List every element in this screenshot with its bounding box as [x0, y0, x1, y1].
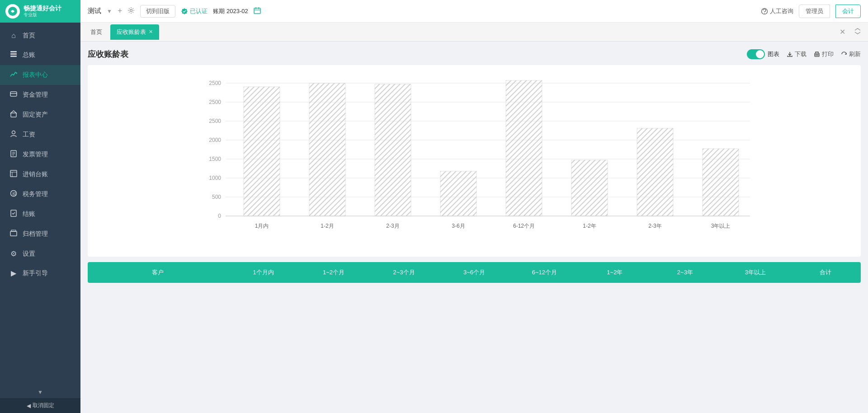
svg-text:1500: 1500 [209, 156, 221, 162]
page-title: 应收账龄表 [88, 49, 128, 60]
tab-close-icon[interactable]: ✕ [149, 29, 153, 35]
inout-icon [9, 170, 18, 179]
svg-text:500: 500 [212, 194, 221, 200]
svg-text:1-2年: 1-2年 [583, 223, 596, 229]
col-3-6month: 3~6个月 [439, 262, 509, 283]
bar-3year-plus[interactable] [703, 149, 739, 216]
sidebar-scroll-down[interactable]: ▼ [0, 386, 80, 398]
bar-2-3year[interactable] [637, 128, 673, 216]
main-area: 测试 ▼ + 切到旧版 已认证 账期 2023-02 [80, 0, 868, 413]
bar-1-2month[interactable] [309, 83, 345, 216]
col-2-3month: 2~3个月 [369, 262, 439, 283]
svg-text:2500: 2500 [209, 80, 221, 86]
topbar: 测试 ▼ + 切到旧版 已认证 账期 2023-02 [80, 0, 868, 23]
svg-rect-22 [254, 8, 260, 14]
checkout-icon [9, 210, 18, 219]
project-chevron-icon[interactable]: ▼ [107, 8, 112, 14]
page-header: 应收账龄表 图表 下载 [88, 49, 861, 60]
svg-text:1000: 1000 [209, 175, 221, 181]
archive-icon [9, 230, 18, 239]
consult-button[interactable]: 人工咨询 [761, 7, 793, 15]
svg-rect-5 [10, 92, 17, 96]
sidebar-item-checkout[interactable]: 结账 [0, 204, 80, 224]
bar-1-2year[interactable] [571, 160, 608, 216]
sidebar-item-tax[interactable]: 税 税务管理 [0, 184, 80, 204]
period-label: 账期 2023-02 [213, 7, 248, 15]
sidebar-item-reports[interactable]: 报表中心 [0, 65, 80, 85]
add-project-button[interactable]: + [118, 6, 123, 16]
chart-toggle-switch[interactable] [747, 49, 765, 59]
sidebar-logo: 畅捷通好会计 专业版 [0, 0, 80, 23]
sidebar-item-guide[interactable]: ▶ 新手引导 [0, 263, 80, 283]
svg-text:2-3年: 2-3年 [648, 223, 661, 229]
svg-point-21 [130, 9, 132, 11]
chart-container: 2500 2500 2500 2000 1500 1000 500 0 [88, 65, 861, 257]
reports-icon [9, 70, 18, 80]
logo-icon [5, 4, 20, 19]
ledger-icon [9, 51, 18, 60]
page-actions: 图表 下载 打印 [747, 49, 861, 59]
admin-button[interactable]: 管理员 [799, 5, 830, 18]
sidebar-item-assets[interactable]: 固定资产 [0, 105, 80, 125]
svg-text:1-2月: 1-2月 [321, 223, 334, 229]
col-1-2year: 1~2年 [580, 262, 650, 283]
verified-badge: 已认证 [181, 7, 208, 15]
tab-ar-aging[interactable]: 应收账龄表 ✕ [110, 24, 159, 40]
tab-home[interactable]: 首页 [84, 24, 108, 40]
col-6-12month: 6~12个月 [509, 262, 580, 283]
svg-rect-29 [816, 55, 818, 55]
svg-point-27 [764, 13, 765, 14]
bar-2-3month[interactable] [375, 84, 411, 216]
chart-toggle: 图表 [747, 49, 779, 59]
chart-toggle-label: 图表 [768, 50, 779, 58]
tabbar-close-button[interactable]: ✕ [836, 26, 849, 38]
svg-text:1月内: 1月内 [255, 223, 269, 229]
sidebar-item-ledger[interactable]: 总账 [0, 45, 80, 65]
invoice-icon [9, 150, 18, 159]
settings-icon: ⚙ [9, 249, 18, 258]
calendar-icon[interactable] [254, 7, 261, 16]
guide-icon: ▶ [9, 269, 18, 277]
svg-text:3年以上: 3年以上 [711, 223, 731, 229]
logo-text: 畅捷通好会计 专业版 [24, 5, 61, 19]
bar-chart: 2500 2500 2500 2000 1500 1000 500 0 [97, 74, 852, 246]
sidebar-item-archive[interactable]: 归档管理 [0, 224, 80, 244]
download-button[interactable]: 下载 [787, 50, 807, 58]
sidebar-item-wages[interactable]: 工资 [0, 125, 80, 145]
table-header: 客户 1个月内 1~2个月 2~3个月 3~6个月 6~12个月 1~2年 2~… [88, 262, 861, 283]
project-settings-button[interactable] [127, 7, 135, 16]
col-total: 合计 [791, 262, 861, 283]
pin-icon: ◀ [27, 403, 31, 409]
old-version-button[interactable]: 切到旧版 [140, 5, 175, 18]
funds-icon [9, 90, 18, 99]
svg-text:税: 税 [12, 192, 16, 196]
content-area: 应收账龄表 图表 下载 [80, 42, 868, 413]
tabbar-expand-button[interactable] [851, 26, 864, 38]
home-icon: ⌂ [9, 32, 18, 40]
svg-text:3-6月: 3-6月 [452, 223, 465, 229]
bar-6-12month[interactable] [506, 80, 542, 216]
cancel-fixed-button[interactable]: ◀ 取消固定 [0, 398, 80, 413]
table-container: 客户 1个月内 1~2个月 2~3个月 3~6个月 6~12个月 1~2年 2~… [88, 262, 861, 283]
svg-rect-3 [10, 56, 17, 57]
tax-icon: 税 [9, 190, 18, 199]
refresh-button[interactable]: 刷新 [841, 50, 861, 58]
svg-rect-2 [10, 53, 17, 55]
sidebar-item-settings[interactable]: ⚙ 设置 [0, 244, 80, 263]
svg-rect-13 [10, 170, 17, 177]
sidebar-item-inout[interactable]: 进销台账 [0, 164, 80, 184]
bar-3-6month[interactable] [440, 171, 476, 216]
col-1month: 1个月内 [228, 262, 298, 283]
col-3year-plus: 3年以上 [720, 262, 790, 283]
svg-rect-7 [11, 113, 16, 117]
svg-text:2500: 2500 [209, 118, 221, 124]
svg-rect-20 [11, 230, 16, 231]
accounting-button[interactable]: 会计 [835, 5, 861, 18]
sidebar-item-invoice[interactable]: 发票管理 [0, 145, 80, 164]
print-button[interactable]: 打印 [814, 50, 834, 58]
bar-1month[interactable] [244, 87, 280, 216]
sidebar-item-home[interactable]: ⌂ 首页 [0, 26, 80, 45]
sidebar-item-funds[interactable]: 资金管理 [0, 85, 80, 105]
svg-text:6-12个月: 6-12个月 [513, 223, 535, 229]
svg-point-8 [12, 131, 15, 134]
